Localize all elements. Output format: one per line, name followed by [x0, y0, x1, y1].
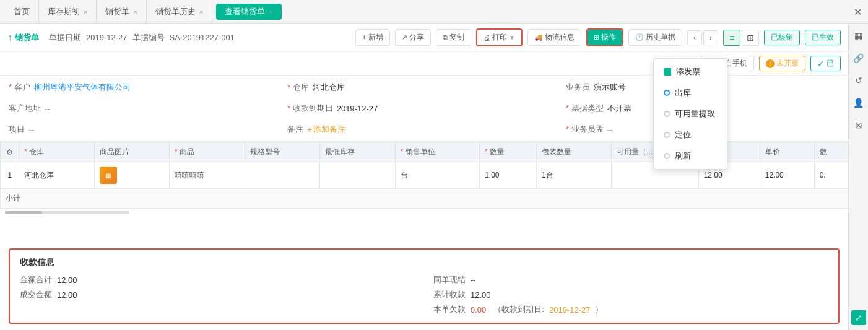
payment-info-box: 收款信息 金额合计 12.00 同单现结 -- 成交金额 12.00 累计收款 … [9, 248, 840, 324]
current-debt-label: 本单欠款 [433, 304, 466, 315]
cumulative-payment-row: 累计收款 12.00 [433, 289, 828, 300]
transaction-amount-row: 成交金额 12.00 [20, 289, 415, 300]
cell-qty: 1.00 [480, 162, 537, 189]
sidebar-icon-rotate[interactable]: ↺ [851, 73, 866, 88]
doc-type-label: 销货单 [15, 32, 39, 43]
list-view-button[interactable]: ≡ [723, 30, 740, 46]
staff-label: 业务员 [566, 82, 590, 93]
subtotal-label: 小计 [1, 189, 848, 209]
payment-due-date: 2019-12-27 [549, 305, 591, 315]
print-highlight-box: 🖨 打印 ▼ [476, 28, 523, 46]
not-open-button[interactable]: ! 未开票 [759, 56, 805, 71]
cell-spec [245, 162, 320, 189]
cell-amount: 0. [814, 162, 848, 189]
square-icon [664, 68, 671, 76]
col-product-img: 商品图片 [94, 142, 170, 162]
empty-cell [20, 304, 415, 315]
copy-button[interactable]: ⧉ 复制 [436, 29, 471, 46]
col-product: 商品 [170, 142, 245, 162]
note-label: 备注 [287, 124, 303, 135]
tab-view-sales-close[interactable]: × [269, 8, 272, 15]
operate-dropdown-menu: 添发票 出库 可用量提取 定位 刷新 [653, 58, 727, 170]
col-spec: 规格型号 [245, 142, 320, 162]
circle-icon-2 [664, 111, 670, 117]
tab-sales-close[interactable]: × [133, 8, 137, 15]
payment-due-bracket-label: （收款到期日: [493, 304, 544, 315]
col-unit-price: 单价 [760, 142, 814, 162]
window-close-button[interactable]: ✕ [854, 6, 862, 17]
col-min-stock: 最低库存 [320, 142, 396, 162]
sidebar-icon-user[interactable]: 👤 [851, 95, 866, 110]
sidebar-icon-link[interactable]: 🔗 [851, 51, 866, 66]
customer-label: 客户 [9, 82, 30, 93]
sold-badge: 已核销 [764, 30, 800, 45]
history-button[interactable]: 🕐 历史单据 [628, 29, 682, 46]
share-button[interactable]: ↗ 分享 [395, 29, 431, 46]
same-single-settle-label: 同单现结 [433, 274, 466, 285]
note-row: 备注 + 添加备注 [287, 124, 561, 135]
doc-actions: + 新增 ↗ 分享 ⧉ 复制 🖨 打印 ▼ [355, 28, 841, 46]
doc-number-label: 单据编号 [132, 32, 165, 43]
dropdown-refresh[interactable]: 刷新 [654, 145, 727, 167]
logistics-button[interactable]: 🚚 物流信息 [527, 29, 581, 46]
operate-button[interactable]: ⊞ 操作 [588, 30, 622, 45]
amount-total-value: 12.00 [57, 276, 77, 285]
grid-view-button[interactable]: ⊞ [742, 30, 759, 46]
payment-date-label: 收款到期日 [287, 103, 333, 114]
dropdown-add-invoice[interactable]: 添发票 [654, 61, 727, 82]
tab-sales-history[interactable]: 销货单历史 × [147, 0, 212, 24]
customer-value[interactable]: 柳州粤港平安气体有限公司 [34, 82, 131, 93]
tab-inventory-close[interactable]: × [84, 8, 87, 15]
tab-sales-history-close[interactable]: × [199, 8, 203, 15]
dropdown-out-stock[interactable]: 出库 [654, 82, 727, 103]
check-button[interactable]: ✓ 已 [810, 56, 841, 71]
cell-warehouse: 河北仓库 [19, 162, 95, 189]
cumulative-payment-label: 累计收款 [433, 289, 466, 300]
operate-highlight-box: ⊞ 操作 [586, 28, 623, 46]
tab-sales[interactable]: 销货单 × [97, 0, 146, 24]
prev-button[interactable]: ‹ [687, 30, 702, 45]
doc-meta: 单据日期 2019-12-27 单据编号 SA-20191227-001 [49, 32, 235, 43]
transaction-amount-label: 成交金额 [20, 289, 52, 300]
print-button[interactable]: 🖨 打印 ▼ [477, 30, 521, 45]
dropdown-available-qty[interactable]: 可用量提取 [654, 103, 727, 124]
sidebar-icon-fullscreen[interactable]: ⤢ [851, 310, 866, 325]
address-row: 客户地址 -- [9, 103, 282, 114]
current-debt-value: 0.00 [471, 305, 486, 315]
payment-info-grid: 金额合计 12.00 同单现结 -- 成交金额 12.00 累计收款 12.00 [20, 274, 828, 315]
cell-num: 1 [1, 162, 19, 189]
nav-arrows: ‹ › [687, 30, 718, 45]
tab-view-sales[interactable]: 查看销货单 × [216, 4, 281, 20]
address-label: 客户地址 [9, 103, 41, 114]
tab-home[interactable]: 首页 [5, 0, 39, 24]
same-single-settle-value: -- [471, 276, 476, 285]
new-button[interactable]: + 新增 [355, 29, 390, 46]
doc-date-label: 单据日期 [49, 32, 81, 43]
sidebar-icon-grid[interactable]: ▦ [851, 28, 866, 43]
tab-inventory[interactable]: 库存期初 × [39, 0, 97, 24]
warehouse-value: 河北仓库 [313, 82, 345, 93]
sidebar-icon-expand[interactable]: ⊠ [851, 118, 866, 132]
staff-value: 演示账号 [594, 82, 626, 93]
next-button[interactable]: › [703, 30, 718, 45]
cell-min-stock [320, 162, 396, 189]
col-settings[interactable]: ⚙ [1, 142, 19, 162]
doc-number-value: SA-20191227-001 [170, 33, 235, 42]
staff2-value: -- [607, 125, 613, 134]
cell-product-img: ▦ [94, 162, 170, 189]
right-sidebar: ▦ 🔗 ↺ 👤 ⊠ ⤢ [848, 24, 868, 330]
view-toggle: ≡ ⊞ [723, 30, 759, 46]
payment-due-end: ） [595, 304, 603, 315]
scroll-indicator[interactable] [5, 211, 129, 214]
same-single-settle-row: 同单现结 -- [433, 274, 828, 285]
doc-type: ↑ 销货单 [7, 32, 39, 43]
cell-pack-qty: 1台 [536, 162, 612, 189]
effective-badge: 已生效 [805, 30, 841, 45]
subtotal-row: 小计 [1, 189, 848, 209]
payment-date-value: 2019-12-27 [337, 104, 378, 113]
dropdown-locate[interactable]: 定位 [654, 124, 727, 145]
add-note-button[interactable]: + 添加备注 [307, 124, 345, 135]
circle-icon [664, 90, 670, 96]
cell-unit-price: 12.00 [760, 162, 814, 189]
project-label: 项目 [9, 124, 25, 135]
